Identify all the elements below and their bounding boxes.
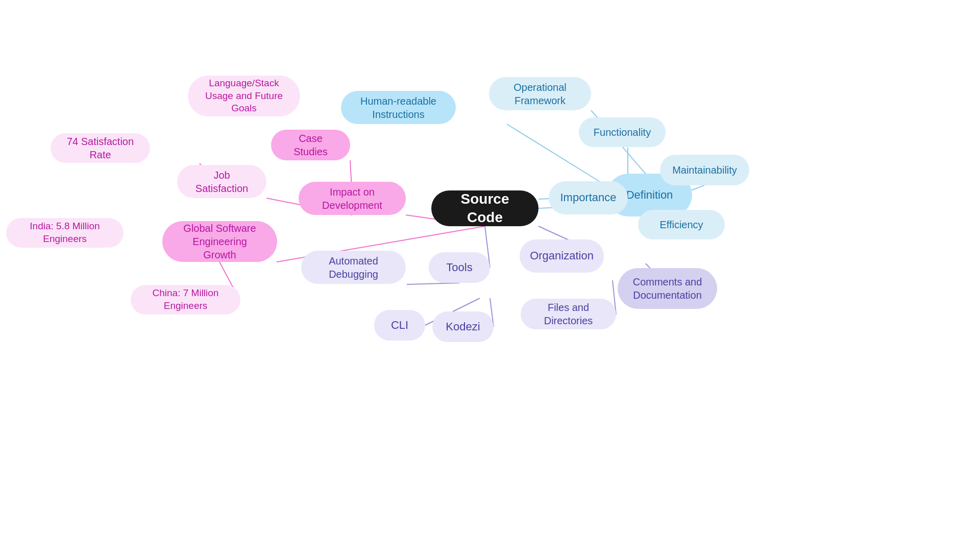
node-human-readable: Human-readable Instructions [341,91,456,124]
node-kodezi: Kodezi [432,311,494,342]
node-tools: Tools [429,252,490,283]
node-india: India: 5.8 Million Engineers [6,218,124,248]
node-operational-framework: Operational Framework [489,77,591,110]
node-organization: Organization [520,239,604,273]
node-files-dir: Files and Directories [521,299,616,329]
node-job-satisfaction: Job Satisfaction [177,165,266,198]
node-impact-on-dev: Impact on Development [299,182,406,215]
node-efficiency: Efficiency [638,210,725,239]
node-functionality: Functionality [579,117,666,147]
node-satisfaction-rate: 74 Satisfaction Rate [51,133,150,163]
node-china: China: 7 Million Engineers [131,285,240,315]
node-lang-stack: Language/Stack Usage and Future Goals [188,76,300,116]
node-maintainability: Maintainability [660,155,749,185]
node-comments-doc: Comments and Documentation [618,268,717,309]
node-importance: Importance [549,181,628,214]
node-cli: CLI [374,310,425,341]
node-global-growth: Global Software Engineering Growth [162,221,277,262]
source-code-center: Source Code [431,190,538,226]
svg-line-16 [407,283,459,284]
node-automated-debugging: Automated Debugging [301,251,406,284]
node-case-studies: Case Studies [271,130,350,160]
